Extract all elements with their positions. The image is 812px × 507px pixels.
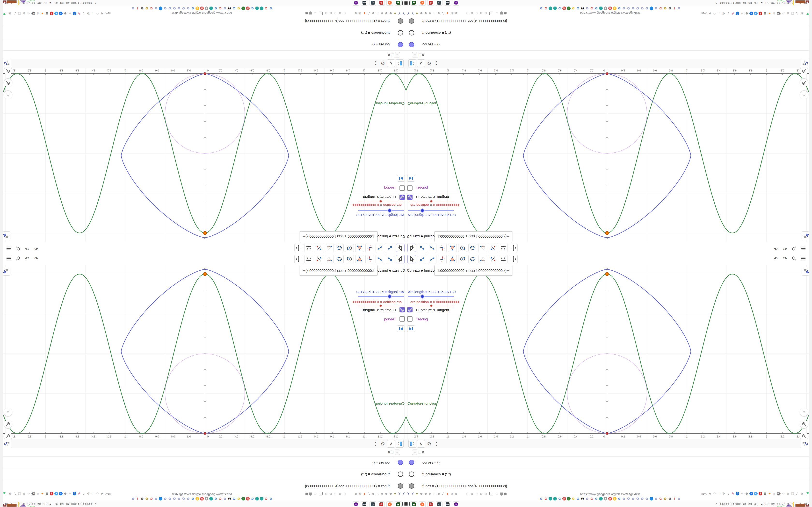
globe-icon[interactable]: ⊕ [371,492,375,495]
shield-icon[interactable]: ✧ [781,12,785,15]
redo-button[interactable]: ↷ [24,245,31,252]
plus-icon[interactable]: + [749,12,753,15]
ud-badge-icon[interactable]: UD [777,492,780,495]
tab-geogebra[interactable]: ✿ [177,497,181,501]
tab-blue[interactable] [159,6,162,10]
more-kebab-icon[interactable]: ⋮ [373,440,378,448]
zoom-in-button[interactable] [800,420,808,428]
tab-teal[interactable] [553,497,557,501]
tool-line[interactable] [375,255,384,264]
shield-icon[interactable]: ✧ [781,492,785,495]
algebra-row-curves[interactable]: curves = {} [406,39,812,51]
algebra-row-curves[interactable]: curves = {} [0,456,406,468]
tab-google[interactable]: G [544,6,548,10]
tray-red-gear[interactable]: ⚙ [378,0,385,6]
tray-book[interactable]: ▣ [395,0,402,6]
tab-google[interactable]: G [150,6,153,10]
curvature-tangent-checkbox[interactable] [400,307,405,313]
tab-gear[interactable]: ⚙ [668,497,672,501]
algebra-row-funcs[interactable]: funcs = {1.000000000000 + cos(4.00000000… [406,480,812,492]
wrench-icon[interactable]: ⁄ [795,12,799,15]
globe-icon[interactable]: ⊕ [437,492,441,495]
function-combobox[interactable]: 1.000000000000 + cos(4.000000000000 x) [435,231,512,242]
reload-icon[interactable]: ↻ [87,12,90,15]
wallet-icon[interactable]: ▯ [36,12,40,15]
star-icon[interactable]: ☆ [713,12,716,15]
tab-geogebra[interactable]: ✿ [645,497,649,501]
tab-geogebra[interactable]: ✿ [631,6,635,10]
tab-image[interactable]: ▲ [196,497,199,501]
tray-monitor[interactable]: ▢ [369,501,376,507]
overflow-kebab-icon[interactable]: ⋮ [4,492,7,496]
brush-icon[interactable]: ✎ [731,12,735,15]
share-icon[interactable]: ✦ [768,492,771,495]
tab-geogebra[interactable]: ✿ [154,6,158,10]
search-button[interactable] [791,245,798,252]
step-animation-button[interactable] [397,175,405,181]
tray-purple[interactable]: ● [353,501,359,507]
tracing-checkbox[interactable] [407,316,412,322]
puzzle-icon[interactable]: ❑ [18,12,21,15]
algebra-row-curves[interactable]: curves = {} [406,456,812,468]
collapse-button[interactable]: − [395,450,400,455]
tool-perpendicular-line[interactable] [438,243,447,252]
address-bar-url[interactable]: https://www.geogebra.org/classic/aagcxh3… [580,492,640,496]
arc-length-slider-knob[interactable] [420,294,424,299]
algebra-row-funcnames[interactable]: funcNames = {" "} [0,468,406,480]
home-button[interactable]: ⌂ [800,91,808,99]
bookmark-y-icon[interactable]: Y [406,492,410,495]
tab-teal[interactable] [260,6,263,10]
tool-slider[interactable]: a=2 [305,243,313,252]
translate-blue-icon[interactable]: A [735,492,739,495]
tray-monitor[interactable]: ▢ [436,0,443,6]
tab-teal[interactable] [255,497,259,501]
firefox-icon[interactable]: ● [446,492,449,495]
tab-geogebra[interactable]: ✿ [654,497,658,501]
olive-dot-icon[interactable]: ● [415,12,419,15]
visibility-marble[interactable] [409,460,414,465]
arc-length-slider[interactable] [358,210,404,211]
bookmark-y-icon[interactable]: Y [398,12,401,15]
undo-button[interactable]: ↶ [33,245,40,252]
overflow-kebab-icon[interactable]: ⋮ [805,492,808,496]
arc-position-slider-knob[interactable] [379,200,382,203]
tab-geogebra[interactable]: ✿ [627,497,630,501]
tab-geogebra[interactable]: ✿ [182,497,185,501]
tool-circle-center-point[interactable] [345,255,354,264]
curvature-tangent-checkbox[interactable] [407,194,412,200]
tool-point[interactable]: A [386,243,394,252]
tray-firefox[interactable]: ● [387,0,393,6]
algebra-row-funcs[interactable]: funcs = {1.000000000000 + cos(4.00000000… [0,15,406,27]
tab-geogebra[interactable]: ✿ [168,497,171,501]
share-icon[interactable]: ✦ [41,492,44,495]
tab-green-check[interactable]: ✓ [567,6,570,10]
tab-geogebra[interactable]: ✿ [131,6,135,10]
tab-teal[interactable] [553,6,557,10]
tab-geogebra[interactable]: ✿ [641,6,644,10]
settings-gear-icon[interactable]: ⚙ [425,59,433,67]
tab-geogebra[interactable]: ✿ [172,6,176,10]
shield-icon[interactable]: ✧ [27,12,31,15]
tool-polygon[interactable] [355,243,364,252]
visibility-marble[interactable] [409,18,414,24]
arc-icon[interactable]: ∩ [376,492,379,495]
tab-google[interactable]: G [214,497,217,501]
tool-conic-five-points[interactable] [468,243,477,252]
mouse-icon[interactable]: ○ [740,12,744,15]
tracing-checkbox[interactable] [407,185,412,191]
tool-polygon[interactable] [448,243,457,252]
visibility-marble[interactable] [409,483,414,489]
curvature-tangent-checkbox[interactable] [407,307,412,313]
tool-conic-five-points[interactable] [335,255,344,264]
tab-geogebra[interactable]: ✿ [145,497,149,501]
algebra-row-funcs[interactable]: funcs = {1.000000000000 + cos(4.00000000… [0,480,406,492]
fx-format-button[interactable]: fₓ [387,59,395,67]
menu-button[interactable] [5,245,12,252]
zoom-in-button[interactable] [800,79,808,87]
mouse-icon[interactable]: ○ [68,12,72,15]
visibility-marble[interactable] [398,42,403,47]
wrench-icon[interactable]: ⁄ [13,12,17,15]
globe-icon[interactable]: ⊕ [419,12,423,15]
tree-view-button[interactable] [396,59,404,67]
expander-chevron-icon[interactable]: « [94,2,97,4]
